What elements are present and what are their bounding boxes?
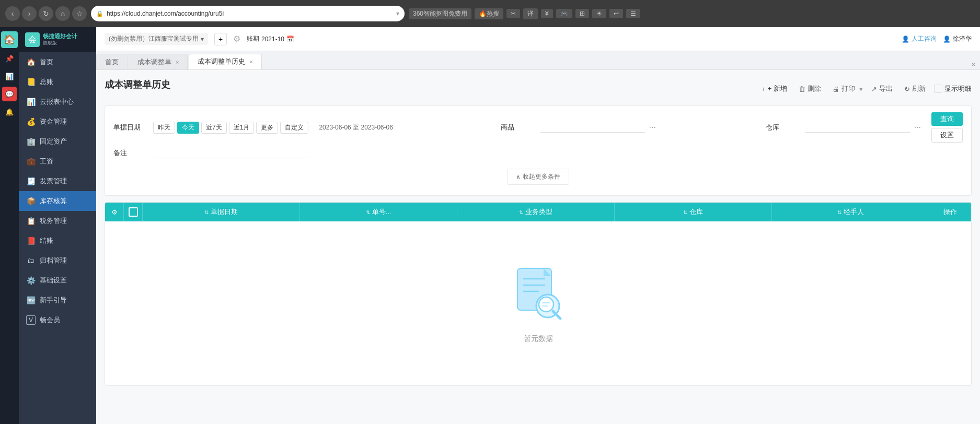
settings-dots[interactable]: ⚙: [233, 34, 240, 44]
translate-tool[interactable]: 译: [523, 8, 538, 19]
sidebar-item-tax[interactable]: 📋 税务管理: [19, 211, 96, 231]
scissors-tool[interactable]: ✂: [506, 9, 520, 18]
sidebar-item-inventory-label: 库存核算: [40, 196, 67, 206]
filter-action-buttons: 查询 设置: [931, 112, 963, 143]
tax-icon: 📋: [26, 217, 36, 225]
sidebar-item-settings-label: 基础设置: [40, 276, 67, 285]
new-button[interactable]: + + 新增: [758, 83, 790, 95]
tab-close-window[interactable]: ×: [971, 60, 980, 69]
left-bar-item-3[interactable]: 💬: [2, 87, 17, 101]
menu-tool[interactable]: ☰: [626, 9, 640, 18]
period-selector[interactable]: 账期 2021-10 📅: [247, 34, 294, 43]
game-tool[interactable]: 🎮: [556, 9, 572, 18]
sidebar-item-home[interactable]: 🏠 首页: [19, 52, 96, 72]
show-detail-toggle[interactable]: 显示明细: [934, 84, 972, 93]
last7-btn[interactable]: 近7天: [201, 122, 227, 134]
th-checkbox[interactable]: [124, 203, 143, 221]
refresh-button[interactable]: ↻: [39, 6, 53, 21]
theme-tool[interactable]: ☀: [592, 9, 606, 18]
sidebar-item-payroll[interactable]: 💼 工资: [19, 151, 96, 171]
back-button[interactable]: ‹: [5, 6, 20, 21]
th-warehouse[interactable]: ⇅ 仓库: [615, 203, 772, 221]
user-profile[interactable]: 👤 徐泽华: [943, 34, 972, 43]
date-separator: 至: [353, 124, 361, 131]
sidebar-item-member[interactable]: V 畅会员: [19, 310, 96, 330]
sidebar-item-fixed-assets[interactable]: 🏢 固定资产: [19, 132, 96, 151]
yesterday-btn[interactable]: 昨天: [153, 122, 175, 134]
search-tool[interactable]: 360智能抠图免费用: [409, 8, 471, 19]
query-button[interactable]: 查询: [931, 112, 963, 126]
filter-row-2: 备注: [113, 148, 963, 158]
calendar-icon: 📅: [286, 36, 294, 43]
refresh-icon: ↻: [904, 85, 910, 93]
th-gear[interactable]: ⚙: [105, 203, 124, 221]
left-bar-item-1[interactable]: 📌: [2, 51, 17, 66]
fixed-assets-icon: 🏢: [26, 137, 36, 146]
show-detail-label: 显示明细: [944, 84, 972, 93]
new-label: + 新增: [768, 84, 787, 93]
refresh-button[interactable]: ↻ 刷新: [901, 83, 929, 95]
custom-date-btn[interactable]: 自定义: [280, 122, 308, 134]
tab-home[interactable]: 首页: [96, 54, 128, 69]
tab-cost-adjust-history-close[interactable]: ×: [249, 58, 252, 65]
hot-search[interactable]: 🔥热搜: [475, 8, 503, 19]
sidebar-item-inventory[interactable]: 📦 库存核算: [19, 191, 96, 211]
print-dropdown-icon[interactable]: ▾: [859, 85, 863, 93]
th-bill-no[interactable]: ⇅ 单号...: [300, 203, 457, 221]
collapse-button[interactable]: ∧ 收起更多条件: [507, 169, 569, 185]
th-date[interactable]: ⇅ 单据日期: [143, 203, 300, 221]
sidebar-item-funds[interactable]: 💰 资金管理: [19, 112, 96, 132]
close-period-icon: 📕: [26, 237, 36, 245]
company-selector[interactable]: (勿删勿禁用）江西服宝测试专用 ▾: [105, 33, 208, 45]
left-bar-item-2[interactable]: 📊: [2, 69, 17, 84]
more-date-btn[interactable]: 更多: [256, 122, 278, 134]
logo-sub-text: 旗舰版: [43, 40, 77, 46]
user-service-button[interactable]: 👤 人工咨询: [902, 34, 937, 43]
wallet-tool[interactable]: ¥: [541, 9, 553, 18]
filter-settings-button[interactable]: 设置: [931, 128, 963, 143]
remark-filter-input[interactable]: [153, 148, 310, 158]
product-filter-input[interactable]: [540, 122, 645, 133]
sidebar-item-guide[interactable]: 🆕 新手引导: [19, 290, 96, 310]
warehouse-filter-input[interactable]: [805, 122, 910, 133]
show-detail-checkbox[interactable]: [934, 85, 942, 93]
product-ellipsis-btn[interactable]: ···: [647, 123, 658, 132]
sidebar-item-archive[interactable]: 🗂 归档管理: [19, 251, 96, 270]
address-bar[interactable]: 🔒 https://cloud.chanjet.com/accounting/u…: [91, 6, 405, 21]
sidebar-item-settings[interactable]: ⚙️ 基础设置: [19, 270, 96, 290]
tab-cost-adjust-close[interactable]: ×: [176, 59, 179, 65]
left-icon-bar: 🏠 📌 📊 💬 🔔: [0, 27, 19, 424]
sidebar: 会 畅捷通好会计 旗舰版 🏠 首页 📒 总账 📊 云报表中心 💰 资金管理: [19, 27, 96, 424]
browser-nav-buttons: ‹ › ↻ ⌂ ☆: [5, 6, 87, 21]
today-btn[interactable]: 今天: [177, 122, 199, 134]
grid-tool[interactable]: ⊞: [575, 9, 589, 18]
th-biz-type[interactable]: ⇅ 业务类型: [457, 203, 615, 221]
star-button[interactable]: ☆: [72, 6, 87, 21]
th-biz-type-sort-icon: ⇅: [519, 209, 523, 215]
add-tab-button[interactable]: +: [214, 33, 227, 45]
tab-cost-adjust-history[interactable]: 成本调整单历史 ×: [189, 54, 261, 69]
last-month-btn[interactable]: 近1月: [229, 122, 255, 134]
sidebar-item-invoice[interactable]: 🧾 发票管理: [19, 171, 96, 191]
sidebar-item-reports[interactable]: 📊 云报表中心: [19, 92, 96, 112]
sidebar-item-ledger[interactable]: 📒 总账: [19, 72, 96, 92]
print-button[interactable]: 🖨 打印: [829, 83, 858, 95]
select-all-checkbox[interactable]: [129, 207, 138, 217]
sidebar-item-reports-label: 云报表中心: [40, 97, 74, 107]
left-bar-item-4[interactable]: 🔔: [2, 104, 17, 119]
new-icon: +: [762, 85, 766, 93]
export-button[interactable]: ↗ 导出: [868, 83, 896, 95]
tab-cost-adjust[interactable]: 成本调整单 ×: [129, 54, 188, 69]
warehouse-ellipsis-btn[interactable]: ···: [912, 123, 923, 132]
home-button[interactable]: ⌂: [55, 6, 70, 21]
sidebar-item-guide-label: 新手引导: [40, 296, 67, 305]
sidebar-item-close[interactable]: 📕 结账: [19, 231, 96, 251]
app-logo-icon[interactable]: 🏠: [1, 31, 18, 48]
th-handler[interactable]: ⇅ 经手人: [772, 203, 929, 221]
tab-cost-adjust-label: 成本调整单: [137, 57, 171, 67]
sidebar-logo[interactable]: 会 畅捷通好会计 旗舰版: [19, 27, 96, 52]
refresh-label: 刷新: [912, 84, 926, 93]
delete-button[interactable]: 🗑 删除: [795, 83, 824, 95]
forward-button[interactable]: ›: [22, 6, 37, 21]
undo-tool[interactable]: ↩: [609, 9, 623, 18]
